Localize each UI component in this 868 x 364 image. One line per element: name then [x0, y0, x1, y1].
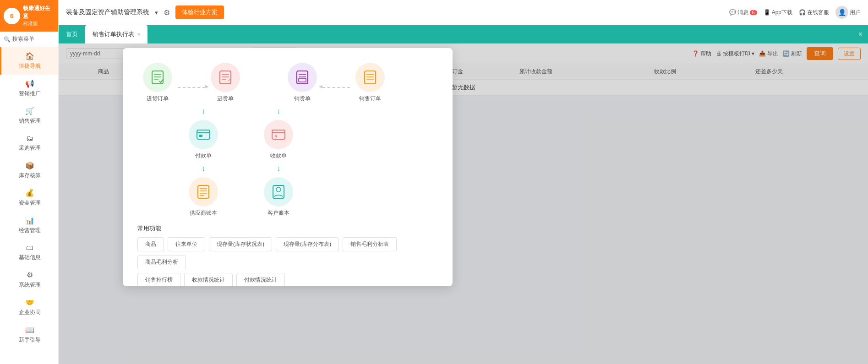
system-title: 装备及固定资产辅助管理系统 — [66, 8, 149, 16]
sidebar-item-enterprise[interactable]: 🤝 企业协同 — [0, 293, 58, 321]
message-icon: 💬 — [729, 9, 736, 16]
flow-node-supplier-account[interactable]: 供应商账本 — [183, 174, 224, 221]
func-btn-product-margin[interactable]: 商品毛利分析 — [137, 255, 186, 269]
purchase-order-icon — [143, 63, 172, 92]
arrow-payment-out-down: ↓ — [202, 164, 205, 173]
app-icon: 📱 — [764, 9, 770, 16]
sales-receipt-icon — [288, 63, 317, 92]
sidebar-item-sales[interactable]: 🛒 销售管理 — [0, 102, 58, 130]
tab-close-icon[interactable]: × — [137, 31, 140, 38]
experience-button[interactable]: 体验行业方案 — [175, 5, 224, 19]
message-badge: 6 — [750, 10, 757, 15]
flow-node-purchase-receipt[interactable]: ✓ 进货单 — [205, 59, 246, 106]
purchase-order-label: 进货订单 — [147, 95, 169, 103]
arrow-po-to-pr — [178, 87, 205, 88]
svg-point-29 — [276, 187, 281, 192]
flow-node-payment-out[interactable]: 付款单 — [183, 116, 224, 163]
payment-out-icon — [189, 120, 218, 149]
payment-out-label: 付款单 — [195, 152, 212, 160]
func-btn-sales-margin[interactable]: 销售毛利分析表 — [343, 237, 397, 251]
sidebar: 6 畅康通好生意 标准版 🔍 搜索菜单 🏠 快捷导航 📢 营销推广 🛒 销售管理… — [0, 0, 59, 364]
topbar-actions: 💬 消息 6 📱 App下载 🎧 在线客服 👤 用户 — [729, 6, 861, 19]
topbar: 装备及固定资产辅助管理系统 ▾ ⚙ 体验行业方案 💬 消息 6 📱 App下载 … — [59, 0, 868, 25]
sidebar-item-system[interactable]: ⚙ 系统管理 — [0, 266, 58, 293]
sales-order-icon — [355, 63, 385, 92]
tab-sales-orders[interactable]: 销售订单执行表 × — [85, 25, 147, 43]
online-service-button[interactable]: 🎧 在线客服 — [799, 9, 829, 16]
payment-in-icon: ¥ — [264, 120, 293, 149]
flow-row-1: 进货订单 ✓ — [137, 59, 438, 106]
tab-home[interactable]: 首页 — [59, 25, 85, 43]
nav-icon-system: ⚙ — [27, 271, 33, 279]
nav-icon-inventory: 📦 — [25, 161, 34, 170]
func-btn-product[interactable]: 商品 — [137, 237, 164, 251]
payment-in-label: 收款单 — [270, 152, 287, 160]
logo: 6 畅康通好生意 标准版 — [0, 0, 58, 32]
flow-node-customer-account[interactable]: 客户账本 — [258, 174, 299, 221]
popup-overlay[interactable]: 进货订单 ✓ — [59, 43, 868, 364]
logo-text: 畅康通好生意 标准版 — [23, 5, 55, 27]
user-menu[interactable]: 👤 用户 — [835, 6, 861, 19]
customer-account-label: 客户账本 — [267, 209, 289, 217]
gear-icon[interactable]: ⚙ — [164, 8, 170, 17]
logo-icon: 6 — [4, 8, 20, 24]
func-btn-stock-status[interactable]: 现存量(库存状况表) — [209, 237, 272, 251]
func-buttons: 商品 往来单位 现存量(库存状况表) 现存量(库存分布表) 销售毛利分析表 商品… — [137, 237, 438, 269]
svg-rect-25 — [272, 130, 285, 139]
flow-node-sales-receipt[interactable]: 销货单 — [282, 59, 322, 106]
flow-node-sales-order[interactable]: 销售订单 — [350, 59, 390, 106]
nav-icon-purchase: 🗂 — [26, 134, 33, 142]
flow-node-payment-in[interactable]: ¥ 收款单 — [258, 116, 299, 163]
nav-icon-marketing: 📢 — [25, 79, 34, 88]
func-btn-contacts[interactable]: 往来单位 — [168, 237, 205, 251]
supplier-account-icon — [189, 177, 218, 206]
common-functions: 常用功能 商品 往来单位 现存量(库存状况表) 现存量(库存分布表) 销售毛利分… — [137, 224, 438, 286]
svg-text:¥: ¥ — [274, 134, 278, 139]
svg-rect-13 — [365, 71, 376, 84]
main-content: 装备及固定资产辅助管理系统 ▾ ⚙ 体验行业方案 💬 消息 6 📱 App下载 … — [59, 0, 868, 364]
nav-icon-finance: 💰 — [25, 189, 34, 197]
func-btn-expense-stats[interactable]: 付款情况统计 — [236, 273, 285, 286]
svg-rect-20 — [198, 185, 209, 198]
service-icon: 🎧 — [799, 9, 806, 16]
sidebar-item-guide[interactable]: 📖 新手引导 — [0, 321, 58, 348]
sales-receipt-label: 销货单 — [294, 95, 311, 103]
sidebar-item-inventory[interactable]: 📦 库存核算 — [0, 157, 58, 184]
avatar: 👤 — [835, 6, 848, 19]
arrow-payment-in-down: ↓ — [277, 164, 280, 173]
common-functions-title: 常用功能 — [137, 224, 438, 233]
sidebar-item-marketing[interactable]: 📢 营销推广 — [0, 75, 58, 102]
sidebar-item-purchase[interactable]: 🗂 采购管理 — [0, 130, 58, 157]
search-menu[interactable]: 🔍 搜索菜单 — [0, 32, 58, 47]
content-area: 📅 — 📅 单据状态 ▾ 更多条件 ❓ 帮助 🖨 按 — [59, 43, 868, 364]
nav-icon-basic: 🗃 — [26, 244, 33, 252]
func-btn-payment-stats[interactable]: 收款情况统计 — [184, 273, 233, 286]
arrow-pr-down: ↓ — [202, 107, 205, 115]
popup-panel: 进货订单 ✓ — [123, 48, 453, 286]
sidebar-item-finance[interactable]: 💰 资金管理 — [0, 184, 58, 212]
func-buttons-row2: 销售排行榜 收款情况统计 付款情况统计 — [137, 273, 438, 286]
flow-row-2: ↓ 付款单 ↓ — [137, 106, 438, 221]
func-btn-sales-rank[interactable]: 销售排行榜 — [137, 273, 180, 286]
search-icon: 🔍 — [4, 36, 11, 43]
sidebar-item-operations[interactable]: 📊 经营管理 — [0, 212, 58, 239]
nav-icon-sales: 🛒 — [25, 107, 34, 115]
topbar-right: 💬 消息 6 📱 App下载 🎧 在线客服 👤 用户 — [729, 6, 861, 19]
nav-icon-enterprise: 🤝 — [25, 298, 34, 307]
sidebar-item-basic-info[interactable]: 🗃 基础信息 — [0, 239, 58, 266]
supplier-account-label: 供应商账本 — [190, 209, 217, 217]
purchase-receipt-icon: ✓ — [211, 63, 240, 92]
sidebar-item-quick-nav[interactable]: 🏠 快捷导航 — [0, 47, 58, 75]
func-btn-stock-dist[interactable]: 现存量(库存分布表) — [276, 237, 339, 251]
flow-node-purchase-order[interactable]: 进货订单 — [137, 59, 178, 106]
arrow-so-to-sr — [322, 87, 350, 88]
app-download-button[interactable]: 📱 App下载 — [764, 9, 792, 16]
system-dropdown[interactable]: ▾ — [155, 9, 158, 16]
nav-icon-quick: 🏠 — [25, 52, 34, 60]
tabs-bar: 首页 销售订单执行表 × × — [59, 25, 868, 43]
sales-order-label: 销售订单 — [359, 95, 381, 103]
svg-rect-19 — [199, 135, 202, 137]
message-button[interactable]: 💬 消息 6 — [729, 9, 757, 16]
close-all-tabs[interactable]: × — [858, 30, 868, 38]
nav-icon-guide: 📖 — [25, 326, 34, 334]
